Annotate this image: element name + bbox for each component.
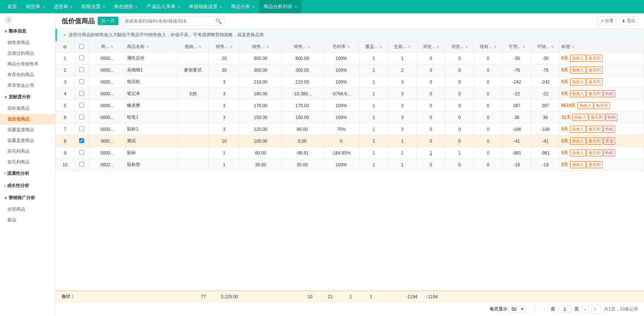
th-sale-amount[interactable]: 销售... ⇅ xyxy=(240,41,281,52)
th-settings[interactable]: ⚙ xyxy=(56,41,75,52)
page-last-btn[interactable]: 》 xyxy=(591,305,601,314)
row-current-stock: 0 xyxy=(474,112,502,123)
row-gross-rate: 100% xyxy=(323,52,359,64)
sidebar-group-marketing[interactable]: ∨ 营销推广分析 xyxy=(0,192,55,204)
footer-avail-stock: -1194 xyxy=(402,294,422,299)
row-checkbox[interactable] xyxy=(79,115,84,119)
nav-goods-analysis-list[interactable]: 商品分析列表 × xyxy=(259,0,301,13)
th-spec[interactable]: 规格... ⇅ xyxy=(177,41,208,52)
nav-purchase-close[interactable]: × xyxy=(70,4,73,9)
row-checkbox[interactable] xyxy=(79,67,84,72)
period-button[interactable]: 近一月 xyxy=(98,17,118,25)
page-input[interactable] xyxy=(558,306,571,313)
share-button[interactable]: ↗ 分享 xyxy=(597,16,616,26)
sidebar-group-overall[interactable]: ∨ 整体信息 xyxy=(0,25,55,37)
search-icon[interactable]: 🔍 xyxy=(215,18,222,24)
sidebar-item-in-stock[interactable]: 有库存的商品 xyxy=(0,69,55,80)
page-prev-btn[interactable]: ‹ xyxy=(541,305,548,313)
th-view2[interactable]: 浏览... ⇅ xyxy=(445,41,474,52)
th-gross-rate[interactable]: 毛利率 ⇅ xyxy=(323,41,359,52)
row-checkbox-cell[interactable] xyxy=(74,100,89,112)
nav-sales-close[interactable]: × xyxy=(43,4,45,9)
sidebar-item-new-goods[interactable]: 新品 xyxy=(0,215,55,225)
row-sale-amount: 180.00 xyxy=(240,88,281,100)
sidebar-item-high-margin[interactable]: 高毛利商品 xyxy=(0,146,55,157)
sidebar-item-low-coverage[interactable]: 低覆盖度商品 xyxy=(0,135,55,146)
search-input[interactable] xyxy=(125,18,215,24)
sidebar-item-traded[interactable]: 交易过的商品 xyxy=(0,48,55,59)
export-button[interactable]: ⬇ 导出 xyxy=(619,16,638,26)
row-checkbox[interactable] xyxy=(79,126,84,131)
row-checkbox-cell[interactable] xyxy=(74,52,89,64)
row-checkbox[interactable] xyxy=(79,91,84,96)
view1-link[interactable]: 1 xyxy=(430,150,432,156)
th-sell-stock[interactable]: 可销... ⇅ xyxy=(531,41,560,52)
sidebar-item-low-value[interactable]: 低价值商品 xyxy=(0,114,55,125)
row-checkbox-cell[interactable] xyxy=(74,135,89,147)
sidebar-item-sales-goods[interactable]: 销售类商品 xyxy=(0,37,55,48)
row-checkbox-cell[interactable] xyxy=(74,147,89,159)
nav-template-close[interactable]: × xyxy=(220,4,222,9)
nav-role-auth[interactable]: 角色授权 × xyxy=(110,0,142,13)
row-sale-profit: -10,380... xyxy=(281,88,323,100)
nav-permissions-close[interactable]: × xyxy=(103,4,105,9)
th-view1[interactable]: 浏览... ⇅ xyxy=(417,41,445,52)
row-checkbox[interactable] xyxy=(79,103,84,108)
row-checkbox[interactable] xyxy=(79,138,84,143)
th-sale-qty[interactable]: 销售... ⇅ xyxy=(209,41,240,52)
select-all-checkbox[interactable] xyxy=(79,44,84,49)
th-tags[interactable]: 标签 ⇅ xyxy=(560,41,644,52)
nav-template[interactable]: 单据模板设置 × xyxy=(184,0,227,13)
nav-goods-analysis-close[interactable]: × xyxy=(252,4,255,9)
sidebar-item-stock-capital[interactable]: 库存资金占用 xyxy=(0,80,55,91)
th-sale-profit[interactable]: 销售... ⇅ xyxy=(281,41,323,52)
sidebar-group-contribution[interactable]: ∨ 贡献度分析 xyxy=(0,91,55,103)
page-first-btn[interactable]: 《 xyxy=(529,305,538,314)
nav-product-in[interactable]: 产成品入库单 × xyxy=(142,0,184,13)
th-coverage[interactable]: 覆盖... ⇅ xyxy=(359,41,388,52)
nav-home[interactable]: 首页 xyxy=(3,0,21,13)
sidebar-group-growth[interactable]: › 成长性分析 xyxy=(0,180,55,192)
row-tags: 0天 低收入低毛利 xyxy=(560,76,644,88)
footer-sell-stock: -1194 xyxy=(422,294,442,299)
nav-permissions[interactable]: 权限设置 × xyxy=(77,0,110,13)
nav-goods-analysis[interactable]: 商品分析 × xyxy=(227,0,259,13)
row-checkbox[interactable] xyxy=(79,79,84,84)
sidebar-collapse-btn[interactable]: 《 xyxy=(4,16,12,24)
sidebar-item-category-rate[interactable]: 商品分类销售率 xyxy=(0,59,55,69)
th-check[interactable] xyxy=(74,41,89,52)
th-current-stock[interactable]: 现有... ⇅ xyxy=(474,41,502,52)
th-avail-stock[interactable]: 可用... ⇅ xyxy=(503,41,531,52)
row-checkbox-cell[interactable] xyxy=(74,88,89,100)
row-checkbox-cell[interactable] xyxy=(74,159,89,171)
nav-goods-analysis-list-close[interactable]: × xyxy=(295,4,297,9)
sidebar-item-all-goods[interactable]: 全部商品 xyxy=(0,204,55,215)
settings-icon[interactable]: ⚙ xyxy=(63,44,67,50)
nav-purchase[interactable]: 进货单 × xyxy=(49,0,77,13)
th-code[interactable]: 商... ⇅ xyxy=(89,41,125,52)
nav-sales[interactable]: 销货单 × xyxy=(21,0,49,13)
row-checkbox[interactable] xyxy=(79,162,84,167)
sidebar-item-high-value[interactable]: 高价值商品 xyxy=(0,103,55,114)
tag-热销: 热销 xyxy=(606,114,617,121)
th-name[interactable]: 商品名称 ⇅ xyxy=(125,41,178,52)
row-name: 橡皮擦 xyxy=(125,100,178,112)
row-view1[interactable]: 1 xyxy=(417,147,445,159)
per-page-select[interactable]: 20 50 100 xyxy=(509,306,526,313)
row-checkbox-cell[interactable] xyxy=(74,123,89,135)
nav-product-in-close[interactable]: × xyxy=(178,4,180,9)
th-trade[interactable]: 交易... ⇅ xyxy=(388,41,416,52)
sidebar-item-high-coverage[interactable]: 高覆盖度商品 xyxy=(0,125,55,135)
row-checkbox-cell[interactable] xyxy=(74,76,89,88)
table-wrapper[interactable]: ⚙ 商... ⇅ 商品名称 ⇅ 规格... ⇅ 销售... ⇅ 销售... ⇅ … xyxy=(56,41,644,290)
row-checkbox[interactable] xyxy=(79,150,84,155)
row-checkbox-cell[interactable] xyxy=(74,64,89,76)
nav-role-auth-close[interactable]: × xyxy=(135,4,138,9)
row-sell-stock: -242 xyxy=(531,76,560,88)
sidebar-group-liquidity[interactable]: › 流通性分析 xyxy=(0,167,55,180)
page-next-btn[interactable]: › xyxy=(582,305,588,313)
row-checkbox[interactable] xyxy=(79,55,84,60)
tag-低毛利: 低毛利 xyxy=(587,161,603,168)
row-checkbox-cell[interactable] xyxy=(74,112,89,123)
sidebar-item-low-margin[interactable]: 低毛利商品 xyxy=(0,157,55,167)
